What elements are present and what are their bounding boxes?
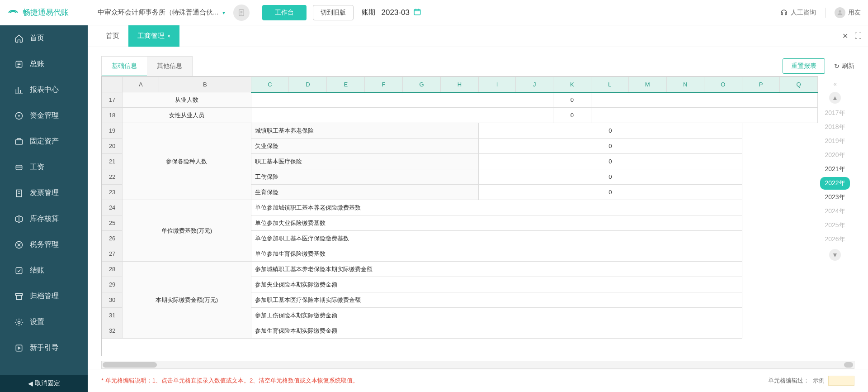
data-cell[interactable]: 失业保险 xyxy=(251,139,478,154)
row-header[interactable]: 26 xyxy=(102,231,123,246)
spreadsheet[interactable]: ABCDEFGHIJKLMNOPQ17从业人数018女性从业人员019参保各险种… xyxy=(101,76,818,356)
company-selector[interactable]: 中审众环会计师事务所（特殊普通合伙... ▾ xyxy=(98,8,225,17)
label-cell[interactable]: 从业人数 xyxy=(123,92,251,108)
row-header[interactable]: 23 xyxy=(102,185,123,200)
data-cell[interactable]: 城镇职工基本养老保险 xyxy=(251,123,478,139)
col-header-A[interactable]: A xyxy=(123,77,159,92)
doc-icon-button[interactable] xyxy=(233,5,250,21)
nav-item-asset[interactable]: 固定资产 xyxy=(0,129,88,154)
select-all-cell[interactable] xyxy=(102,77,123,92)
value-cell[interactable]: 0 xyxy=(479,123,742,139)
year-2019年[interactable]: 2019年 xyxy=(820,135,849,148)
col-header-Q[interactable]: Q xyxy=(780,77,818,92)
year-2018年[interactable]: 2018年 xyxy=(820,121,849,134)
value-cell[interactable]: 0 xyxy=(479,139,742,154)
nav-item-invoice[interactable]: 发票管理 xyxy=(0,180,88,206)
nav-item-close-acct[interactable]: 结账 xyxy=(0,258,88,283)
col-header-B[interactable]: B xyxy=(159,77,251,92)
col-header-I[interactable]: I xyxy=(479,77,516,92)
year-2024年[interactable]: 2024年 xyxy=(820,205,849,218)
row-header[interactable]: 29 xyxy=(102,277,123,292)
col-header-O[interactable]: O xyxy=(704,77,742,92)
data-cell[interactable]: 单位参加城镇职工基本养老保险缴费基数 xyxy=(251,200,742,215)
subtab-基础信息[interactable]: 基础信息 xyxy=(102,57,147,76)
nav-item-chart[interactable]: 报表中心 xyxy=(0,77,88,103)
data-cell[interactable]: 参加城镇职工基本养老保险本期实际缴费金额 xyxy=(251,262,742,277)
row-header[interactable]: 20 xyxy=(102,139,123,154)
col-header-M[interactable]: M xyxy=(628,77,666,92)
workbench-button[interactable]: 工作台 xyxy=(262,5,307,20)
tab-close-icon[interactable]: × xyxy=(167,33,170,39)
row-header[interactable]: 19 xyxy=(102,123,123,139)
data-cell[interactable]: 参加失业保险本期实际缴费金额 xyxy=(251,277,742,292)
data-cell[interactable]: 单位参加失业保险缴费基数 xyxy=(251,215,742,231)
col-header-E[interactable]: E xyxy=(327,77,365,92)
year-2023年[interactable]: 2023年 xyxy=(820,191,849,204)
col-header-P[interactable]: P xyxy=(742,77,779,92)
horizontal-scrollbar[interactable] xyxy=(101,361,854,369)
col-header-L[interactable]: L xyxy=(591,77,628,92)
year-2022年[interactable]: 2022年 xyxy=(820,177,849,190)
value-cell[interactable]: 0 xyxy=(479,154,742,169)
year-2025年[interactable]: 2025年 xyxy=(820,219,849,232)
row-header[interactable]: 27 xyxy=(102,246,123,262)
nav-item-ledger[interactable]: 总账 xyxy=(0,51,88,77)
value-cell[interactable]: 0 xyxy=(553,92,591,108)
nav-item-tax[interactable]: 税务管理 xyxy=(0,232,88,258)
row-header[interactable]: 24 xyxy=(102,200,123,215)
data-cell[interactable]: 单位参加职工基本医疗保险缴费基数 xyxy=(251,231,742,246)
group-label-cell[interactable]: 参保各险种人数 xyxy=(123,123,251,200)
data-cell[interactable]: 参加工伤保险本期实际缴费金额 xyxy=(251,308,742,323)
nav-item-settings[interactable]: 设置 xyxy=(0,309,88,335)
nav-item-fund[interactable]: 资金管理 xyxy=(0,103,88,129)
group-label-cell[interactable]: 本期实际缴费金额(万元) xyxy=(123,262,251,339)
col-header-C[interactable]: C xyxy=(251,77,289,92)
value-cell[interactable]: 0 xyxy=(553,108,591,123)
nav-item-archive[interactable]: 归档管理 xyxy=(0,283,88,309)
data-cell[interactable]: 工伤保险 xyxy=(251,169,478,185)
data-cell[interactable]: 参加生育保险本期实际缴费金额 xyxy=(251,323,742,339)
row-header[interactable]: 17 xyxy=(102,92,123,108)
year-down-icon[interactable]: ▼ xyxy=(829,249,841,261)
col-header-K[interactable]: K xyxy=(553,77,591,92)
data-cell[interactable]: 参加职工基本医疗保险本期实际缴费金额 xyxy=(251,292,742,308)
data-cell[interactable]: 职工基本医疗保险 xyxy=(251,154,478,169)
unpin-button[interactable]: ◀取消固定 xyxy=(0,375,88,392)
row-header[interactable]: 25 xyxy=(102,215,123,231)
scrollbar-thumb-right[interactable] xyxy=(844,362,853,368)
col-header-F[interactable]: F xyxy=(365,77,403,92)
col-header-H[interactable]: H xyxy=(441,77,479,92)
value-cell[interactable]: 0 xyxy=(479,169,742,185)
calendar-icon[interactable] xyxy=(413,8,421,17)
tab-首页[interactable]: 首页 xyxy=(97,25,128,47)
data-cell[interactable]: 生育保险 xyxy=(251,185,478,200)
collapse-rail-icon[interactable]: « xyxy=(833,81,836,87)
subtab-其他信息[interactable]: 其他信息 xyxy=(147,57,192,76)
col-header-N[interactable]: N xyxy=(666,77,704,92)
row-header[interactable]: 31 xyxy=(102,308,123,323)
row-header[interactable]: 22 xyxy=(102,169,123,185)
nav-item-guide[interactable]: 新手引导 xyxy=(0,335,88,361)
year-2017年[interactable]: 2017年 xyxy=(820,107,849,120)
year-2021年[interactable]: 2021年 xyxy=(820,163,849,176)
value-cell[interactable]: 0 xyxy=(479,185,742,200)
label-cell[interactable]: 女性从业人员 xyxy=(123,108,251,123)
empty-cell[interactable] xyxy=(251,108,553,123)
expand-icon[interactable]: ⛶ xyxy=(854,32,862,40)
empty-cell[interactable] xyxy=(591,108,817,123)
switch-old-button[interactable]: 切到旧版 xyxy=(313,5,354,20)
row-header[interactable]: 18 xyxy=(102,108,123,123)
tab-工商管理[interactable]: 工商管理× xyxy=(128,25,179,47)
nav-item-stock[interactable]: 库存核算 xyxy=(0,206,88,232)
row-header[interactable]: 32 xyxy=(102,323,123,339)
user-menu[interactable]: 用友 xyxy=(835,7,861,18)
empty-cell[interactable] xyxy=(591,92,817,108)
year-2020年[interactable]: 2020年 xyxy=(820,149,849,162)
row-header[interactable]: 30 xyxy=(102,292,123,308)
col-header-G[interactable]: G xyxy=(402,77,440,92)
year-up-icon[interactable]: ▲ xyxy=(829,92,841,104)
nav-item-salary[interactable]: 工资 xyxy=(0,154,88,180)
close-tabs-icon[interactable]: ✕ xyxy=(842,32,848,40)
col-header-D[interactable]: D xyxy=(289,77,327,92)
row-header[interactable]: 21 xyxy=(102,154,123,169)
